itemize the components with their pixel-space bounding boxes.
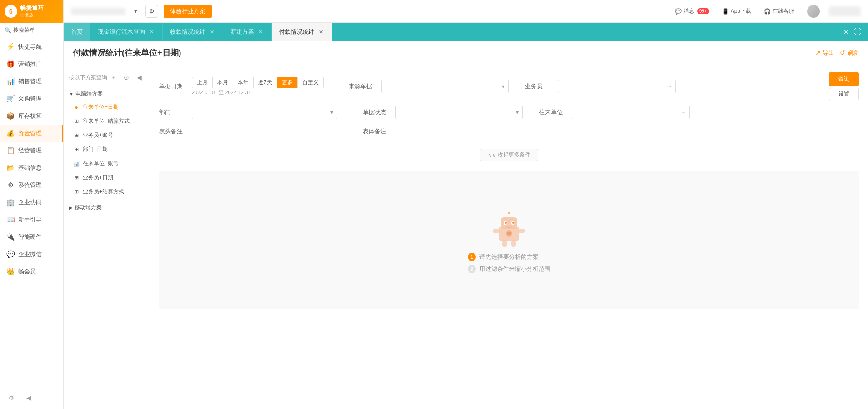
staff-ellipsis-icon: ··· xyxy=(667,83,672,90)
topbar: ▾ ⚙ 体验行业方案 💬 消息 99+ 📱 App下载 🎧 在线客服 xyxy=(64,0,868,23)
doc-status-dropdown-icon: ▾ xyxy=(516,109,519,116)
empty-tip-1: 1 请先选择要分析的方案 xyxy=(468,253,550,261)
export-button[interactable]: ↗ 导出 xyxy=(815,49,834,57)
sales-icon: 📊 xyxy=(6,77,15,86)
marketing-icon: 🎁 xyxy=(6,60,15,68)
sidebar-item-finance[interactable]: 💰 资金管理 xyxy=(0,125,63,142)
notifications-button[interactable]: 💬 消息 99+ xyxy=(675,7,709,15)
tab-payments-close[interactable]: ✕ xyxy=(317,28,324,35)
date-more-button[interactable]: 更多 xyxy=(277,77,298,88)
breadcrumb-dropdown-button[interactable]: ▾ xyxy=(131,7,140,16)
scheme-item-staff-account[interactable]: ⊞ 业务员+账号 xyxy=(64,128,150,142)
tab-payments[interactable]: 付款情况统计 ✕ xyxy=(272,23,332,41)
source-doc-select[interactable]: ▾ xyxy=(381,80,509,93)
sidebar-item-marketing[interactable]: 🎁 营销推广 xyxy=(0,56,63,73)
svg-rect-10 xyxy=(502,240,507,247)
scheme-item-counterpart-account[interactable]: 📊 往来单位+账号 xyxy=(64,157,150,171)
inventory-icon: 📦 xyxy=(6,112,15,120)
page-header: 付款情况统计(往来单位+日期) ↗ 导出 ↺ 刷新 xyxy=(64,41,868,65)
user-avatar[interactable] xyxy=(807,5,820,18)
tab-receipts[interactable]: 收款情况统计 ✕ xyxy=(163,23,223,41)
sidebar-item-management[interactable]: 📋 经营管理 xyxy=(0,142,63,159)
add-scheme-button[interactable]: ＋ xyxy=(109,72,119,82)
scheme-settings-button[interactable]: ⊙ xyxy=(121,72,131,82)
username-display[interactable] xyxy=(829,6,861,16)
online-service-button[interactable]: 🎧 在线客服 xyxy=(764,7,794,15)
mobile-arrow-icon: ▶ xyxy=(69,205,73,210)
doc-status-select[interactable]: ▾ xyxy=(395,106,523,119)
scheme-item-staff-date[interactable]: ⊞ 业务员+日期 xyxy=(64,171,150,185)
body-note-input[interactable] xyxy=(395,125,550,138)
date-buttons: 上月 本月 本年 近7天 更多 自定义 xyxy=(192,77,323,88)
guide-icon: 📖 xyxy=(6,216,15,224)
date-custom-button[interactable]: 自定义 xyxy=(297,77,324,88)
tab-home[interactable]: 首页 xyxy=(64,23,90,41)
sidebar-item-system[interactable]: ⚙ 系统管理 xyxy=(0,177,63,194)
sidebar-item-basic[interactable]: 📂 基础信息 xyxy=(0,159,63,177)
refresh-button[interactable]: ↺ 刷新 xyxy=(840,49,859,57)
counterpart-select[interactable]: ··· xyxy=(572,106,690,119)
desktop-group-toggle[interactable]: ▼ 电脑端方案 xyxy=(64,88,150,100)
scheme-item-dept-date[interactable]: ⊞ 部门+日期 xyxy=(64,142,150,157)
dept-label: 部门 xyxy=(159,108,185,116)
tabs-bar: 首页 现金银行流水查询 ✕ 收款情况统计 ✕ 新建方案 ✕ 付款情况统计 ✕ ✕… xyxy=(64,23,868,41)
sidebar-item-enterprise[interactable]: 🏢 企业协同 xyxy=(0,194,63,211)
tip-number-1: 1 xyxy=(468,253,476,261)
date-last-7-days-button[interactable]: 近7天 xyxy=(253,77,277,88)
filter-settings-button[interactable]: 设置 xyxy=(829,88,859,100)
sidebar-item-hardware[interactable]: 🔌 智能硬件 xyxy=(0,228,63,246)
trial-button[interactable]: 体验行业方案 xyxy=(164,5,212,18)
date-this-year-button[interactable]: 本年 xyxy=(233,77,254,88)
page-title: 付款情况统计(往来单位+日期) xyxy=(73,47,181,58)
topbar-settings-button[interactable]: ⚙ xyxy=(145,5,158,18)
collapse-panel-button[interactable]: ◀ xyxy=(134,72,144,82)
staff-select[interactable]: ··· xyxy=(558,80,676,93)
active-scheme-icon: ● xyxy=(73,104,80,111)
sidebar-item-sales[interactable]: 📊 销售管理 xyxy=(0,73,63,90)
sidebar-item-wechat[interactable]: 💬 企业微信 xyxy=(0,246,63,263)
tab-bank-close[interactable]: ✕ xyxy=(148,28,155,35)
notification-icon: 💬 xyxy=(675,8,682,15)
sidebar-item-quick-nav[interactable]: ⚡ 快捷导航 xyxy=(0,38,63,56)
scheme-item-staff-settle[interactable]: ⊞ 业务员+结算方式 xyxy=(64,185,150,199)
scheme-icon: ⊞ xyxy=(73,174,80,182)
date-last-month-button[interactable]: 上月 xyxy=(192,77,213,88)
sidebar-search[interactable]: 🔍 搜索菜单 xyxy=(0,23,63,38)
sidebar-item-purchase[interactable]: 🛒 采购管理 xyxy=(0,90,63,107)
tab-new-scheme-close[interactable]: ✕ xyxy=(257,28,264,35)
empty-tip-2: 2 用过滤条件来缩小分析范围 xyxy=(468,265,550,273)
scheme-item-counterpart-settle[interactable]: ⊞ 往来单位+结算方式 xyxy=(64,114,150,128)
tab-bank[interactable]: 现金银行流水查询 ✕ xyxy=(90,23,163,41)
scheme-item-counterpart-date[interactable]: ● 往来单位+日期 xyxy=(64,100,150,114)
hardware-icon: 🔌 xyxy=(6,233,15,241)
svg-point-4 xyxy=(505,222,507,224)
sidebar-item-inventory[interactable]: 📦 库存核算 xyxy=(0,107,63,125)
tab-new-scheme[interactable]: 新建方案 ✕ xyxy=(223,23,272,41)
sidebar-collapse-button[interactable]: ◀ xyxy=(22,391,35,404)
tab-receipts-close[interactable]: ✕ xyxy=(208,28,215,35)
header-note-input[interactable] xyxy=(192,125,337,138)
sidebar-logo: 6 畅捷通巧 标准版 xyxy=(0,0,63,23)
group-arrow-icon: ▼ xyxy=(69,91,74,96)
quick-nav-icon: ⚡ xyxy=(6,43,15,51)
basic-icon: 📂 xyxy=(6,164,15,172)
sidebar-item-member[interactable]: 👑 畅会员 xyxy=(0,263,63,280)
collapse-conditions-button[interactable]: ∧∧ 收起更多条件 xyxy=(480,149,538,161)
content-area: 付款情况统计(往来单位+日期) ↗ 导出 ↺ 刷新 按 xyxy=(64,41,868,409)
date-this-month-button[interactable]: 本月 xyxy=(212,77,233,88)
app-download-button[interactable]: 📱 App下载 xyxy=(722,7,751,15)
sidebar-settings-button[interactable]: ⚙ xyxy=(5,391,18,404)
body-note-label: 表体备注 xyxy=(363,127,388,136)
left-panel: 按以下方案查询 ＋ ⊙ ◀ ▼ 电脑端方案 xyxy=(64,65,150,317)
svg-rect-11 xyxy=(511,240,516,247)
query-button[interactable]: 查询 xyxy=(829,72,859,86)
mobile-group-toggle[interactable]: ▶ 移动端方案 xyxy=(64,202,150,214)
sidebar-item-guide[interactable]: 📖 新手引导 xyxy=(0,211,63,228)
dept-select[interactable]: ▾ xyxy=(192,106,337,119)
maximize-button[interactable]: ⛶ xyxy=(853,27,863,37)
close-all-tabs-button[interactable]: ✕ xyxy=(841,27,851,37)
sidebar: 6 畅捷通巧 标准版 🔍 搜索菜单 ⚡ 快捷导航 🎁 营销推广 📊 销售管理 🛒… xyxy=(0,0,64,409)
notification-badge: 99+ xyxy=(697,8,709,14)
logo-text: 畅捷通巧 标准版 xyxy=(20,5,44,18)
scheme-icon: ⊞ xyxy=(73,132,80,139)
